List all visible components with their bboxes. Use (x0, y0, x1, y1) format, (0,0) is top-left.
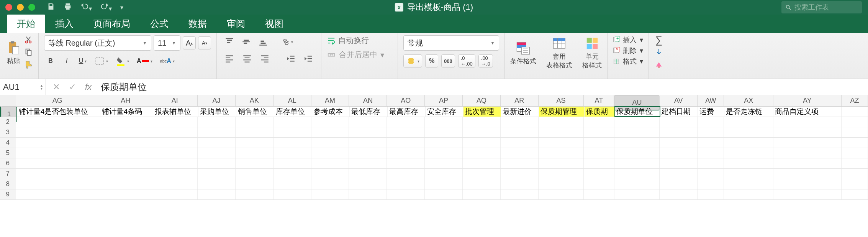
cell-AN1[interactable]: 最低库存 (350, 107, 388, 117)
column-header-AG[interactable]: AG (16, 95, 99, 106)
cell-AW8[interactable] (698, 179, 724, 189)
cell-AX4[interactable] (724, 138, 773, 148)
tab-公式[interactable]: 公式 (140, 15, 179, 33)
cell-AQ7[interactable] (463, 169, 501, 179)
align-right-button[interactable] (257, 52, 272, 65)
paste-button[interactable]: 粘贴 (5, 40, 21, 65)
cell-AX3[interactable] (724, 127, 773, 137)
column-header-AR[interactable]: AR (501, 95, 539, 106)
cell-AR8[interactable] (501, 179, 539, 189)
cell-AZ5[interactable] (842, 148, 868, 158)
cell-AP1[interactable]: 安全库存 (426, 107, 463, 117)
cell-AU6[interactable] (614, 158, 660, 168)
column-header-AK[interactable]: AK (236, 95, 274, 106)
row-header-3[interactable]: 3 (0, 127, 16, 137)
cell-AH4[interactable] (99, 138, 152, 148)
wrap-text-label[interactable]: 自动换行 (338, 35, 369, 46)
currency-button[interactable]: ▾ (403, 54, 422, 67)
cell-AS4[interactable] (539, 138, 584, 148)
cell-AW2[interactable] (698, 117, 724, 127)
cell-AH8[interactable] (99, 179, 152, 189)
cell-AK4[interactable] (236, 138, 274, 148)
cell-styles-button[interactable]: 单元 格样式 (582, 35, 602, 70)
cell-AM1[interactable]: 参考成本 (312, 107, 350, 117)
undo-icon[interactable]: ▾ (80, 2, 92, 12)
name-box[interactable]: AU1 ▴▾ (0, 79, 46, 95)
cell-AZ2[interactable] (842, 117, 868, 127)
qat-customize-icon[interactable]: ▾ (120, 4, 123, 11)
cell-AZ6[interactable] (842, 158, 868, 168)
column-header-AW[interactable]: AW (698, 95, 724, 106)
cell-AP6[interactable] (425, 158, 463, 168)
tab-页面布局[interactable]: 页面布局 (84, 15, 140, 33)
cell-AZ8[interactable] (842, 179, 868, 189)
cell-AZ7[interactable] (842, 169, 868, 179)
cell-AJ3[interactable] (198, 127, 236, 137)
cell-AI8[interactable] (152, 179, 198, 189)
cell-AP2[interactable] (425, 117, 463, 127)
cell-AO9[interactable] (387, 189, 425, 199)
fill-color-button[interactable]: ▾ (113, 54, 131, 67)
cell-AT2[interactable] (584, 117, 614, 127)
cell-AT6[interactable] (584, 158, 614, 168)
cell-AN3[interactable] (349, 127, 387, 137)
cell-AR9[interactable] (501, 189, 539, 199)
column-header-AT[interactable]: AT (584, 95, 614, 106)
search-sheet-box[interactable]: 搜索工作表 (781, 1, 862, 13)
cell-AT5[interactable] (584, 148, 614, 158)
row-header-6[interactable]: 6 (0, 158, 16, 168)
cell-AJ7[interactable] (198, 169, 236, 179)
cell-AQ9[interactable] (463, 189, 501, 199)
format-painter-icon[interactable] (24, 60, 33, 69)
cell-AN7[interactable] (349, 169, 387, 179)
autosum-icon[interactable]: ∑ (654, 35, 663, 44)
align-bottom-button[interactable] (256, 35, 270, 48)
increase-indent-button[interactable] (301, 52, 316, 65)
spreadsheet-grid[interactable]: AGAHAIAJAKALAMANAOAPAQARASATAUAVAWAXAYAZ… (0, 95, 868, 200)
tab-插入[interactable]: 插入 (45, 15, 84, 33)
column-header-AP[interactable]: AP (425, 95, 463, 106)
select-all-corner[interactable] (0, 95, 16, 106)
cell-AQ2[interactable] (463, 117, 501, 127)
align-middle-button[interactable] (239, 35, 254, 48)
cell-AN5[interactable] (349, 148, 387, 158)
cell-AG5[interactable] (16, 148, 99, 158)
cell-AJ4[interactable] (198, 138, 236, 148)
cell-AK3[interactable] (236, 127, 274, 137)
cell-AV6[interactable] (660, 158, 698, 168)
cell-AO3[interactable] (387, 127, 425, 137)
cell-AO8[interactable] (387, 179, 425, 189)
cell-AU1[interactable]: 保质期单位 (615, 107, 660, 117)
cell-AV1[interactable]: 建档日期 (660, 107, 698, 117)
cell-AR4[interactable] (501, 138, 539, 148)
cell-AS5[interactable] (539, 148, 584, 158)
cell-AG7[interactable] (16, 169, 99, 179)
decrease-decimal-button[interactable]: .00→.0 (478, 54, 493, 67)
increase-decimal-button[interactable]: .0←.00 (458, 54, 475, 67)
cell-AZ9[interactable] (842, 189, 868, 199)
cell-AM8[interactable] (311, 179, 349, 189)
cell-AR1[interactable]: 最新进价 (501, 107, 539, 117)
cell-AI9[interactable] (152, 189, 198, 199)
cell-AL7[interactable] (274, 169, 311, 179)
cell-AK2[interactable] (236, 117, 274, 127)
cell-AY9[interactable] (773, 189, 842, 199)
cell-AT1[interactable]: 保质期 (585, 107, 615, 117)
column-header-AY[interactable]: AY (773, 95, 842, 106)
cell-AM4[interactable] (311, 138, 349, 148)
column-header-AO[interactable]: AO (387, 95, 425, 106)
cell-AS2[interactable] (539, 117, 584, 127)
cell-AU8[interactable] (614, 179, 660, 189)
cell-AI6[interactable] (152, 158, 198, 168)
cell-AG2[interactable] (16, 117, 99, 127)
cell-AK8[interactable] (236, 179, 274, 189)
cell-AQ5[interactable] (463, 148, 501, 158)
decrease-indent-button[interactable] (283, 52, 298, 65)
cell-AW5[interactable] (698, 148, 724, 158)
cell-AQ8[interactable] (463, 179, 501, 189)
row-header-5[interactable]: 5 (0, 148, 16, 158)
cell-AQ6[interactable] (463, 158, 501, 168)
cell-AR7[interactable] (501, 169, 539, 179)
cell-AP5[interactable] (425, 148, 463, 158)
cell-AO6[interactable] (387, 158, 425, 168)
